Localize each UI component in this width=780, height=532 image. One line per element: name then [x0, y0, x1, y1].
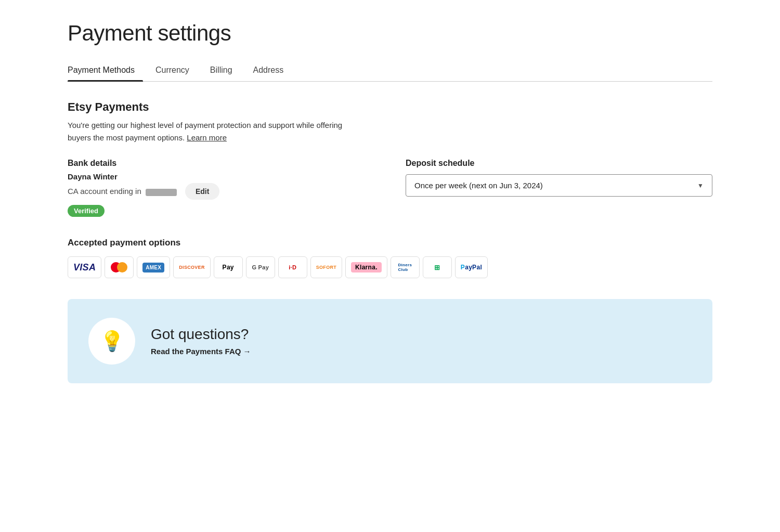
googlepay-logo: G Pay: [252, 264, 269, 270]
account-number-text: CA account ending in: [68, 187, 177, 196]
deposit-schedule-dropdown[interactable]: Once per week (next on Jun 3, 2024) ▼: [406, 174, 712, 197]
etsy-payments-heading: Etsy Payments: [68, 100, 712, 114]
payment-icon-applepay: Pay: [214, 256, 243, 278]
payment-icon-amex: AMEX: [137, 256, 170, 278]
payment-icon-diners: DinersClub: [391, 256, 420, 278]
account-holder-name: Dayna Winter: [68, 172, 374, 181]
discover-logo: DISCOVER: [179, 265, 204, 270]
chevron-down-icon: ▼: [697, 182, 704, 189]
tab-billing[interactable]: Billing: [210, 60, 241, 81]
mastercard-logo: [111, 262, 127, 273]
payment-icons-row: VISA AMEX DISCOVER: [68, 256, 712, 278]
verified-badge: Verified: [68, 205, 105, 217]
faq-link[interactable]: Read the Payments FAQ →: [151, 347, 251, 356]
account-number-row: CA account ending in Edit: [68, 183, 374, 200]
etsy-payments-desc-line1: You're getting our highest level of paym…: [68, 121, 342, 129]
payment-icon-discover: DISCOVER: [173, 256, 210, 278]
faq-icon: 💡: [100, 330, 124, 353]
page-title: Payment settings: [68, 21, 712, 46]
tab-currency[interactable]: Currency: [155, 60, 198, 81]
bank-details-col: Bank details Dayna Winter CA account end…: [68, 159, 374, 217]
bank-details-heading: Bank details: [68, 159, 374, 168]
diners-logo: DinersClub: [398, 263, 412, 272]
faq-section: 💡 Got questions? Read the Payments FAQ →: [68, 299, 712, 383]
applepay-logo: Pay: [223, 264, 234, 271]
payment-icon-multibanco: ⊞: [423, 256, 452, 278]
payment-icon-googlepay: G Pay: [246, 256, 275, 278]
payment-icon-sofort: SOFORT: [310, 256, 342, 278]
accepted-payment-options-heading: Accepted payment options: [68, 238, 712, 248]
tab-payment-methods[interactable]: Payment Methods: [68, 60, 143, 81]
etsy-payments-section: Etsy Payments You're getting our highest…: [68, 100, 712, 278]
multibanco-logo: ⊞: [434, 264, 440, 271]
payment-icon-visa: VISA: [68, 256, 101, 278]
payment-icon-paypal: PayPal: [455, 256, 488, 278]
ideal-logo: i·D: [289, 264, 296, 270]
bank-deposit-row: Bank details Dayna Winter CA account end…: [68, 159, 712, 217]
etsy-payments-desc-line2: buyers the most payment options.: [68, 133, 185, 142]
page-container: Payment settings Payment Methods Currenc…: [52, 0, 728, 414]
visa-logo: VISA: [73, 262, 96, 273]
deposit-col: Deposit schedule Once per week (next on …: [406, 159, 712, 197]
learn-more-link[interactable]: Learn more: [187, 133, 227, 142]
faq-heading: Got questions?: [151, 326, 251, 343]
account-prefix: CA account ending in: [68, 187, 141, 196]
mc-right-circle: [117, 262, 127, 273]
payment-icon-ideal: i·D: [278, 256, 307, 278]
deposit-schedule-heading: Deposit schedule: [406, 159, 712, 168]
payment-icon-mastercard: [105, 256, 134, 278]
tabs-bar: Payment Methods Currency Billing Address: [68, 60, 712, 82]
payment-icon-klarna: Klarna.: [345, 256, 387, 278]
amex-logo: AMEX: [142, 263, 164, 273]
deposit-schedule-value: Once per week (next on Jun 3, 2024): [414, 181, 543, 190]
sofort-logo: SOFORT: [316, 265, 336, 270]
edit-bank-button[interactable]: Edit: [185, 183, 219, 200]
faq-content: Got questions? Read the Payments FAQ →: [151, 326, 251, 356]
etsy-payments-desc: You're getting our highest level of paym…: [68, 119, 712, 144]
klarna-logo: Klarna.: [351, 262, 382, 273]
faq-icon-circle: 💡: [88, 318, 135, 365]
tab-address[interactable]: Address: [253, 60, 292, 81]
account-number-blurred: [146, 189, 177, 196]
accepted-payment-options-section: Accepted payment options VISA AMEX: [68, 238, 712, 278]
paypal-logo: PayPal: [461, 264, 482, 271]
